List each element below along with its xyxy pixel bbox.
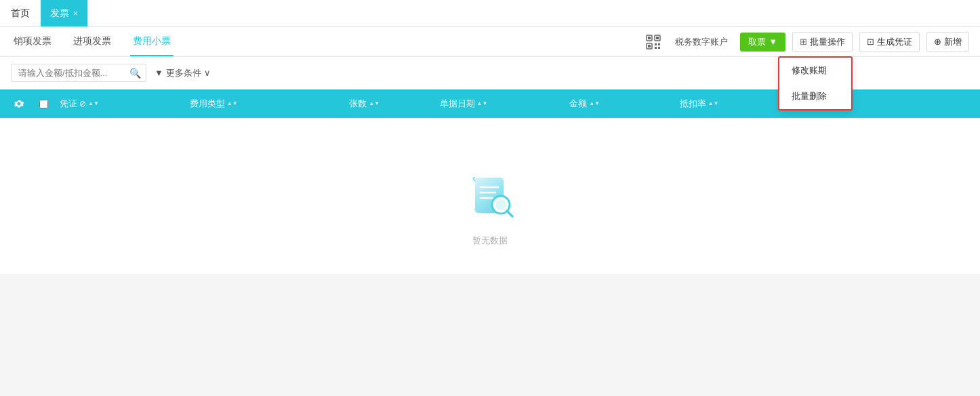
dropdown-item-change-period[interactable]: 修改账期	[779, 58, 851, 83]
svg-line-18	[507, 211, 512, 216]
more-filters-btn[interactable]: ▼ 更多条件 ∨	[155, 67, 211, 79]
gen-voucher-label: 生成凭证	[877, 36, 912, 48]
tab-purchase-invoice[interactable]: 进项发票	[70, 27, 114, 56]
th-date-label: 单据日期	[440, 98, 475, 110]
th-amount-sort-icon[interactable]: ▲▼	[589, 101, 600, 106]
svg-rect-1	[648, 37, 651, 39]
gen-voucher-button[interactable]: ⊡ 生成凭证	[859, 32, 920, 52]
th-count-sort-icon[interactable]: ▲▼	[369, 101, 380, 106]
batch-icon: ⊞	[800, 37, 807, 47]
th-amount-label: 金额	[569, 98, 587, 110]
gen-voucher-icon: ⊡	[867, 37, 874, 47]
th-voucher-label: 凭证	[60, 98, 77, 110]
th-deduction-rate[interactable]: 抵扣率 ▲▼	[674, 98, 784, 110]
add-button[interactable]: ⊕ 新增	[926, 32, 969, 52]
toolbar-right: 税务数字账户 取票 ▼ ⊞ 批量操作 修改账期 批量删除 ⊡ 生成凭证 ⊕ 新增	[644, 32, 969, 52]
search-icon[interactable]: 🔍	[129, 68, 141, 79]
th-count[interactable]: 张数 ▲▼	[344, 98, 434, 110]
tab-expense-receipt[interactable]: 费用小票	[130, 27, 173, 56]
th-expense-type[interactable]: 费用类型 ▲▼	[184, 98, 344, 110]
main-content: 凭证 ⊘ ▲▼ 费用类型 ▲▼ 张数 ▲▼ 单据日期 ▲▼ 金额 ▲▼ 抵扣率 …	[0, 90, 980, 274]
add-label: 新增	[944, 36, 962, 48]
filter-icon: ▼	[155, 68, 163, 78]
add-icon: ⊕	[934, 37, 941, 47]
take-ticket-arrow-icon: ▼	[769, 37, 777, 47]
sub-tabs-left: 销项发票 进项发票 费用小票	[11, 27, 173, 56]
qr-icon[interactable]	[644, 33, 663, 52]
batch-op-dropdown: 修改账期 批量删除	[778, 56, 853, 111]
empty-state-text: 暂无数据	[472, 235, 508, 247]
dropdown-item-batch-delete[interactable]: 批量删除	[779, 83, 851, 109]
th-checkbox[interactable]	[33, 100, 54, 108]
th-deduction-rate-label: 抵扣率	[680, 98, 706, 110]
th-date-sort-icon[interactable]: ▲▼	[477, 101, 488, 106]
batch-op-wrap: ⊞ 批量操作 修改账期 批量删除	[792, 32, 853, 52]
search-wrap: 🔍	[11, 64, 146, 82]
svg-rect-6	[655, 43, 657, 45]
sub-tabs-bar: 销项发票 进项发票 费用小票 税务数字账户 取	[0, 27, 980, 57]
svg-rect-9	[658, 47, 660, 49]
svg-rect-7	[658, 43, 660, 45]
nav-home[interactable]: 首页	[0, 0, 41, 26]
top-nav: 首页 发票 ×	[0, 0, 980, 27]
nav-tab-close-icon[interactable]: ×	[73, 9, 78, 18]
svg-rect-8	[655, 47, 657, 49]
search-input[interactable]	[11, 64, 146, 82]
select-all-checkbox[interactable]	[39, 100, 48, 108]
empty-state: 暂无数据	[0, 118, 980, 274]
th-voucher-sort-icon[interactable]: ▲▼	[88, 101, 99, 106]
tax-digital-account-btn[interactable]: 税务数字账户	[670, 33, 733, 51]
take-ticket-button[interactable]: 取票 ▼	[740, 33, 785, 52]
nav-tab-label: 发票	[50, 7, 69, 20]
th-expense-type-sort-icon[interactable]: ▲▼	[227, 101, 238, 106]
take-ticket-label: 取票	[748, 36, 766, 48]
batch-op-label: 批量操作	[810, 36, 845, 48]
th-voucher[interactable]: 凭证 ⊘ ▲▼	[54, 98, 184, 110]
svg-rect-3	[656, 37, 659, 39]
svg-point-17	[495, 199, 506, 210]
svg-rect-5	[648, 45, 651, 47]
th-settings[interactable]	[5, 98, 33, 110]
th-deduction-rate-sort-icon[interactable]: ▲▼	[708, 101, 719, 106]
tab-sales-invoice[interactable]: 销项发票	[11, 27, 54, 56]
th-amount[interactable]: 金额 ▲▼	[564, 98, 674, 110]
empty-state-icon	[456, 159, 524, 226]
th-date[interactable]: 单据日期 ▲▼	[434, 98, 565, 110]
more-filters-label: 更多条件	[166, 67, 201, 79]
th-expense-type-label: 费用类型	[190, 98, 225, 110]
nav-tab-invoice[interactable]: 发票 ×	[41, 0, 87, 26]
batch-op-button[interactable]: ⊞ 批量操作	[792, 32, 853, 52]
more-filters-arrow: ∨	[204, 68, 211, 78]
th-count-label: 张数	[349, 98, 367, 110]
th-voucher-filter-icon: ⊘	[79, 99, 86, 108]
